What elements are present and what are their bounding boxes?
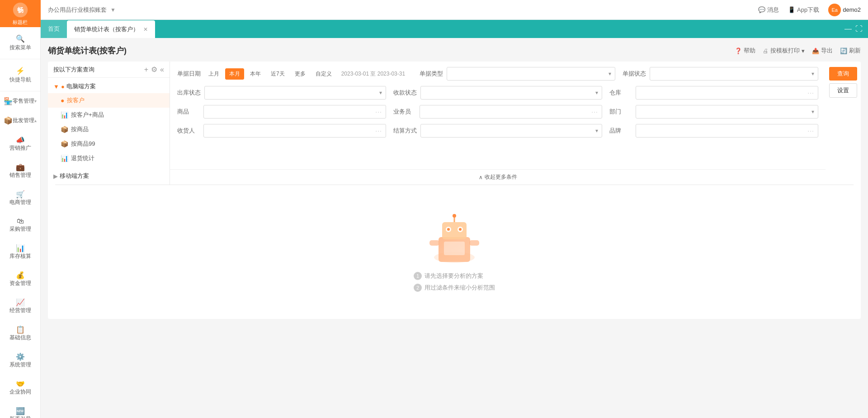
hint-2-number: 2 — [414, 284, 422, 292]
filter-goods-field: 商品 ··· — [177, 105, 386, 119]
sidebar-item-retail[interactable]: 🏪 零售管理 ▾ — [0, 91, 40, 111]
empty-state: 1 请先选择要分析的方案 2 用过滤条件来缩小分析范围 — [48, 185, 861, 319]
app-logo[interactable]: 畅 标题栏 — [0, 0, 41, 27]
date-btn-custom[interactable]: 自定义 — [311, 68, 336, 80]
sidebar-item-inventory-label: 库存核算 — [9, 252, 31, 260]
help-button[interactable]: ❓ 帮助 — [735, 47, 755, 55]
query-button[interactable]: 查询 — [829, 67, 857, 81]
goods-dots-icon: ··· — [375, 108, 382, 115]
sidebar-item-basic-label: 基础信息 — [9, 334, 31, 342]
empty-hint-1: 1 请先选择要分析的方案 — [414, 272, 495, 280]
empty-state-hints: 1 请先选择要分析的方案 2 用过滤条件来缩小分析范围 — [414, 272, 495, 292]
salesperson-label: 业务员 — [393, 108, 416, 116]
scheme-item-by-customer[interactable]: ● 按客户 — [48, 93, 170, 108]
by-goods-99-icon: 📦 — [61, 140, 68, 147]
scheme-item-by-goods-99[interactable]: 📦 按商品99 — [48, 137, 170, 151]
app-download-icon: 📱 — [788, 6, 795, 13]
scheme-item-by-customer-goods[interactable]: 📊 按客户+商品 — [48, 108, 170, 122]
date-btn-this-year[interactable]: 本年 — [246, 68, 265, 80]
sidebar-item-system[interactable]: ⚙️ 系统管理 — [0, 347, 40, 374]
goods-control[interactable]: ··· — [203, 105, 386, 119]
receipt-status-control[interactable]: ▾ — [420, 86, 602, 100]
search-label: 搜索菜单 — [9, 44, 31, 52]
payment-label: 结算方式 — [393, 127, 417, 135]
out-status-arrow-icon: ▾ — [379, 90, 382, 96]
collapse-bar[interactable]: ∧ 收起更多条件 — [170, 169, 826, 185]
sidebar-item-wholesale[interactable]: 📦 批发管理 ▴ — [0, 111, 40, 130]
filter-doc-status-field: 单据状态 ▾ — [623, 67, 818, 81]
username-label: demo2 — [843, 6, 861, 13]
filter-row-4: 收货人 ··· 结算方式 ▾ — [177, 124, 818, 138]
payment-arrow-icon: ▾ — [595, 128, 598, 134]
topbar-dropdown-icon[interactable]: ▼ — [110, 7, 116, 13]
topbar-title: 办公用品行业模拟账套 — [48, 6, 107, 14]
sidebar-item-retail-label: 零售管理 — [13, 97, 34, 105]
sidebar-item-sales[interactable]: 💼 销售管理 — [0, 157, 40, 185]
refresh-button[interactable]: 🔄 刷新 — [840, 47, 861, 55]
brand-control[interactable]: ··· — [636, 124, 818, 138]
tab-expand-icon[interactable]: ⛶ — [855, 25, 863, 33]
tab-minimize-icon[interactable]: — — [844, 25, 852, 33]
scheme-section-mobile-header[interactable]: ▶ 移动端方案 — [48, 169, 170, 183]
mobile-section-arrow-icon: ▶ — [53, 173, 58, 180]
date-btn-last-month[interactable]: 上月 — [204, 68, 223, 80]
sidebar-item-basic[interactable]: 📋 基础信息 — [0, 320, 40, 347]
filter-payment-field: 结算方式 ▾ — [393, 124, 602, 138]
doc-type-control[interactable]: ▾ — [447, 67, 615, 81]
hint-1-text: 请先选择要分析的方案 — [425, 272, 483, 280]
filter-date-field: 单据日期 上月 本月 本年 近7天 更多 自定义 2023-03-01 至 20… — [177, 68, 412, 80]
help-label: 帮助 — [744, 47, 755, 55]
sidebar-search[interactable]: 🔍 搜索菜单 — [0, 27, 40, 59]
sidebar-item-enterprise[interactable]: 🤝 企业协同 — [0, 374, 40, 401]
print-icon: 🖨 — [763, 48, 769, 54]
sidebar-item-ecommerce[interactable]: 🛒 电商管理 — [0, 185, 40, 212]
date-btn-this-month[interactable]: 本月 — [225, 68, 244, 80]
out-status-control[interactable]: ▾ — [204, 86, 386, 100]
export-icon: 📤 — [812, 48, 819, 54]
receiver-control[interactable]: ··· — [203, 124, 386, 138]
tab-sales-stats[interactable]: 销货单统计表（按客户） ✕ — [67, 20, 155, 38]
topbar-user[interactable]: Ea demo2 — [828, 4, 861, 16]
warehouse-control[interactable]: ··· — [636, 86, 818, 100]
export-button[interactable]: 📤 导出 — [812, 47, 833, 55]
sidebar-item-purchase[interactable]: 🛍 采购管理 — [0, 212, 40, 238]
scheme-settings-button[interactable]: ⚙ — [151, 65, 157, 74]
content-panel: 按以下方案查询 + ⚙ « ▼ ● 电脑端方案 ● — [48, 62, 861, 319]
receipt-status-arrow-icon: ▾ — [595, 90, 598, 96]
quick-nav[interactable]: ⚡ 快捷导航 — [0, 59, 40, 91]
topbar-message[interactable]: 💬 消息 — [758, 6, 779, 14]
scheme-item-by-goods[interactable]: 📦 按商品 — [48, 122, 170, 137]
collapse-up-icon: ∧ — [479, 174, 483, 180]
date-btn-more[interactable]: 更多 — [291, 68, 310, 80]
settings-button[interactable]: 设置 — [829, 83, 857, 98]
sidebar-item-finance[interactable]: 💰 资金管理 — [0, 266, 40, 293]
scheme-section-desktop-header[interactable]: ▼ ● 电脑端方案 — [48, 80, 170, 93]
tab-close-icon[interactable]: ✕ — [143, 26, 148, 33]
department-control[interactable]: ▾ — [636, 105, 818, 119]
tab-home[interactable]: 首页 — [41, 20, 67, 38]
salesperson-control[interactable]: ··· — [420, 105, 602, 119]
desktop-section-dot: ● — [61, 83, 65, 90]
scheme-add-button[interactable]: + — [144, 66, 148, 74]
sidebar-item-newuser[interactable]: 🆕 新手引导 — [0, 401, 40, 418]
sidebar-item-operations[interactable]: 📈 经营管理 — [0, 293, 40, 320]
by-customer-goods-label: 按客户+商品 — [71, 111, 104, 119]
payment-control[interactable]: ▾ — [420, 124, 602, 138]
filter-out-status-field: 出库状态 ▾ — [177, 86, 386, 100]
sidebar-item-inventory[interactable]: 📊 库存核算 — [0, 238, 40, 266]
empty-illustration — [425, 212, 484, 266]
topbar-app-download[interactable]: 📱 App下载 — [788, 6, 819, 14]
print-button[interactable]: 🖨 按模板打印 ▾ — [763, 47, 805, 55]
date-btn-last-7-days[interactable]: 近7天 — [267, 68, 289, 80]
doc-status-control[interactable]: ▾ — [650, 67, 818, 81]
return-stats-label: 退货统计 — [71, 154, 94, 162]
desktop-section-arrow-icon: ▼ — [53, 83, 59, 90]
scheme-item-return-stats[interactable]: 📊 退货统计 — [48, 151, 170, 166]
action-buttons: 查询 设置 — [826, 62, 861, 185]
warehouse-label: 仓库 — [609, 89, 632, 97]
svg-rect-5 — [444, 242, 465, 255]
sidebar-item-marketing[interactable]: 📣 营销推广 — [0, 130, 40, 157]
user-avatar: Ea — [828, 4, 841, 16]
scheme-collapse-button[interactable]: « — [160, 66, 164, 74]
retail-arrow-icon: ▾ — [34, 99, 37, 104]
